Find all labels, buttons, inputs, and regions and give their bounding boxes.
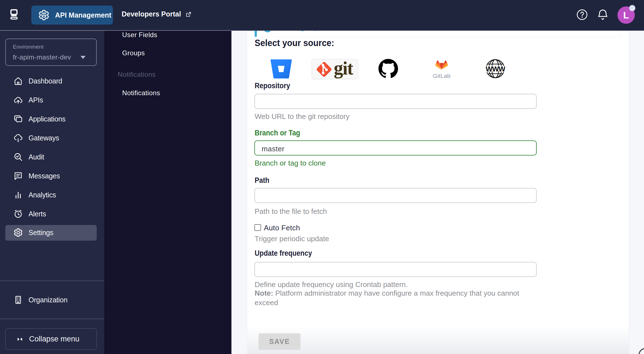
svg-text:WWW: WWW bbox=[486, 65, 505, 73]
